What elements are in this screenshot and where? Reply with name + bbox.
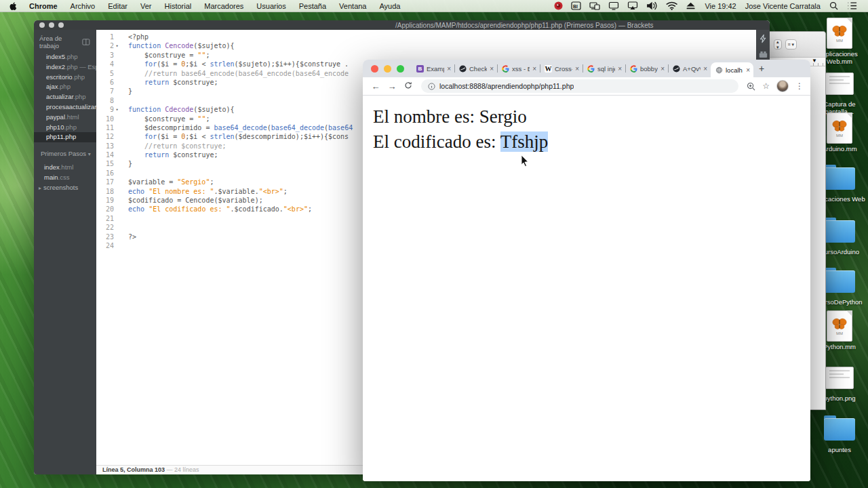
spacing-stepper[interactable]: ▴▾ bbox=[774, 39, 782, 49]
sidecar-icon[interactable] bbox=[589, 1, 600, 10]
file-index2[interactable]: index2.php — Español bbox=[34, 62, 96, 73]
red-app-icon[interactable] bbox=[554, 1, 563, 10]
list-style-dropdown[interactable]: ≡ ▾ bbox=[785, 39, 797, 49]
project-header[interactable]: Primeros Pasos ▾ bbox=[34, 148, 96, 159]
desktop-icon-apuntes[interactable]: apuntes bbox=[813, 413, 866, 453]
code-text: return $construye; bbox=[120, 78, 218, 87]
code-text bbox=[120, 169, 128, 178]
menubar-user[interactable]: Jose Vicente Carratala bbox=[745, 2, 821, 10]
url-text[interactable]: localhost:8888/aprendiendophp/php11.php bbox=[439, 82, 574, 90]
zoom-button[interactable] bbox=[58, 22, 64, 28]
tab-close-icon[interactable]: × bbox=[660, 65, 665, 73]
menu-pestaña[interactable]: Pestaña bbox=[299, 2, 326, 10]
fold-gutter bbox=[114, 178, 120, 186]
zoom-button[interactable] bbox=[397, 65, 404, 73]
zoom-in-icon[interactable] bbox=[747, 82, 755, 91]
file-index[interactable]: index.html bbox=[34, 163, 96, 173]
live-preview-icon[interactable] bbox=[759, 34, 768, 43]
menu-editar[interactable]: Editar bbox=[108, 2, 127, 10]
project-name: Primeros Pasos bbox=[41, 150, 86, 157]
spotlight-search-icon[interactable] bbox=[829, 1, 838, 10]
address-bar[interactable]: localhost:8888/aprendiendophp/php11.php bbox=[421, 79, 738, 93]
code-text: //return base64_encode(base64_encode(bas… bbox=[120, 69, 349, 78]
airplay-icon[interactable] bbox=[627, 1, 638, 10]
folder-icon bbox=[824, 270, 855, 293]
tab-examp[interactable]: BExamp× bbox=[412, 60, 454, 77]
menu-historial[interactable]: Historial bbox=[165, 2, 192, 10]
line-number: 2 bbox=[96, 41, 114, 50]
file-paypal[interactable]: paypal.html bbox=[34, 113, 96, 123]
tab-stop-marker[interactable]: ▼ bbox=[812, 58, 817, 64]
menu-marcadores[interactable]: Marcadores bbox=[204, 2, 243, 10]
menu-ver[interactable]: Ver bbox=[140, 2, 152, 10]
minimize-button[interactable] bbox=[49, 22, 54, 28]
tab-close-icon[interactable]: × bbox=[703, 65, 707, 73]
code-text: } bbox=[120, 159, 132, 168]
page-info-icon[interactable] bbox=[428, 83, 435, 90]
bi-app-icon[interactable]: Bl bbox=[571, 1, 581, 10]
menu-usuarios[interactable]: Usuarios bbox=[256, 2, 285, 10]
fold-marker-icon[interactable]: ▾ bbox=[114, 41, 120, 50]
profile-avatar[interactable] bbox=[776, 80, 789, 92]
tab-close-icon[interactable]: × bbox=[490, 65, 494, 73]
notification-center-icon[interactable] bbox=[847, 1, 857, 10]
tab-close-icon[interactable]: × bbox=[532, 65, 536, 73]
bookmark-star-icon[interactable]: ☆ bbox=[762, 81, 770, 91]
wifi-icon[interactable] bbox=[666, 1, 677, 10]
file-php10[interactable]: php10.php bbox=[34, 123, 96, 133]
chrome-menu-icon[interactable]: ⋮ bbox=[795, 81, 804, 91]
file-main[interactable]: main.css bbox=[34, 173, 96, 183]
fold-gutter bbox=[114, 33, 120, 41]
menu-archivo[interactable]: Archivo bbox=[71, 2, 96, 10]
tab-close-icon[interactable]: × bbox=[575, 65, 579, 73]
file-actualizar[interactable]: actualizar.php bbox=[34, 92, 96, 102]
volume-icon[interactable] bbox=[646, 1, 658, 10]
file-escritorio[interactable]: escritorio.php bbox=[34, 73, 96, 83]
menu-ventana[interactable]: Ventana bbox=[339, 2, 366, 10]
file-index5[interactable]: index5.php bbox=[34, 52, 96, 62]
code-text: echo "El codificado es: ".$codificado."<… bbox=[120, 205, 312, 214]
tab-close-icon[interactable]: × bbox=[746, 66, 750, 74]
close-button[interactable] bbox=[371, 65, 378, 73]
apple-menu-icon[interactable] bbox=[9, 1, 18, 11]
selected-text[interactable]: Tfshjp bbox=[500, 131, 549, 152]
tab-a-qvv[interactable]: A+QvV× bbox=[668, 60, 711, 77]
reload-button[interactable] bbox=[402, 81, 414, 92]
code-line-2[interactable]: 2▾function Cencode($sujeto){ bbox=[96, 41, 770, 50]
cursor-position[interactable]: Línea 5, Columna 103 bbox=[102, 466, 165, 473]
tab-close-icon[interactable]: × bbox=[618, 65, 622, 73]
folder-icon bbox=[824, 220, 855, 243]
folder-screenshots[interactable]: ▸screenshots bbox=[34, 183, 96, 193]
forward-button[interactable]: → bbox=[386, 81, 398, 92]
split-view-icon[interactable] bbox=[82, 39, 90, 45]
working-set-header[interactable]: Área de trabajo bbox=[34, 30, 96, 52]
chrome-window[interactable]: BExamp×Check×xss - B×WCross-×sql inje×bo… bbox=[363, 60, 810, 481]
code-text: function Cencode($sujeto){ bbox=[120, 41, 235, 50]
tab-cross-[interactable]: WCross-× bbox=[540, 60, 583, 77]
close-button[interactable] bbox=[39, 22, 45, 28]
menu-chrome[interactable]: Chrome bbox=[29, 2, 58, 10]
minimize-button[interactable] bbox=[384, 65, 391, 73]
tab-sql-inje[interactable]: sql inje× bbox=[583, 60, 625, 77]
file-php11[interactable]: php11.php bbox=[34, 132, 96, 142]
display-icon[interactable] bbox=[608, 1, 619, 10]
menubar-clock[interactable]: Vie 19:42 bbox=[705, 2, 736, 10]
tab-close-icon[interactable]: × bbox=[447, 65, 451, 73]
code-line-3[interactable]: 3 $construye = ""; bbox=[96, 51, 770, 60]
page-line-2-prefix: El codificado es: bbox=[373, 131, 500, 152]
new-tab-button[interactable]: + bbox=[753, 63, 770, 74]
file-ajax[interactable]: ajax.php bbox=[34, 82, 96, 92]
menu-ayuda[interactable]: Ayuda bbox=[379, 2, 400, 10]
tab-bobby[interactable]: bobby× bbox=[625, 60, 668, 77]
file-procesaactualizar[interactable]: procesaactualizar.php bbox=[34, 102, 96, 113]
navigation-bar: ← → localhost:8888/aprendiendophp/php11.… bbox=[363, 77, 810, 96]
brackets-titlebar[interactable]: /Applications/MAMP/htdocs/aprendiendophp… bbox=[34, 20, 770, 30]
tab-check[interactable]: Check× bbox=[454, 60, 497, 77]
extension-manager-icon[interactable] bbox=[759, 49, 768, 59]
eject-icon[interactable] bbox=[686, 1, 696, 10]
tab-localh[interactable]: localh× bbox=[711, 62, 753, 77]
fold-marker-icon[interactable]: ▾ bbox=[114, 105, 120, 114]
tab-xss-b[interactable]: xss - B× bbox=[497, 60, 540, 77]
back-button[interactable]: ← bbox=[370, 81, 382, 92]
code-line-1[interactable]: 1<?php bbox=[96, 33, 770, 41]
